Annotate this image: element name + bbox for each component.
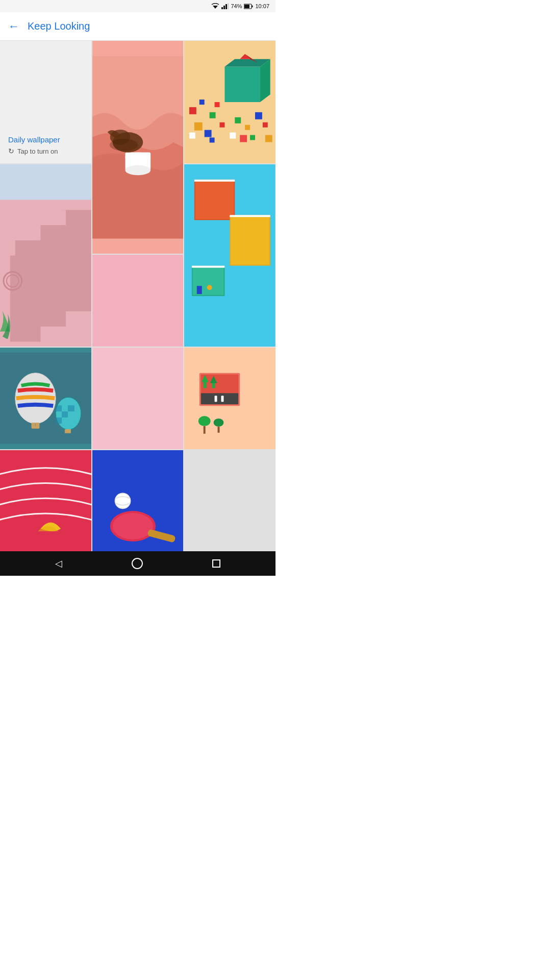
wifi-icon	[211, 3, 219, 9]
battery-text: 74%	[231, 3, 242, 9]
pink-stairs-cell[interactable]	[0, 164, 91, 347]
svg-rect-23	[210, 112, 216, 118]
svg-point-14	[109, 139, 138, 151]
svg-rect-54	[231, 216, 269, 264]
daily-wallpaper-cell[interactable]: Daily wallpaper ↻ Tap to turn on	[0, 41, 91, 163]
svg-rect-34	[240, 135, 247, 142]
back-button[interactable]: ←	[8, 21, 19, 32]
svg-rect-85	[221, 396, 224, 402]
svg-rect-35	[210, 137, 215, 142]
svg-rect-75	[56, 418, 62, 424]
svg-rect-26	[189, 133, 195, 139]
svg-rect-3	[226, 4, 227, 9]
pink-top-cell[interactable]	[92, 255, 184, 347]
wallpaper-grid: Daily wallpaper ↻ Tap to turn on	[0, 41, 276, 551]
balloons-cell[interactable]	[0, 348, 91, 449]
svg-rect-59	[194, 180, 235, 182]
pink-top-image	[92, 255, 184, 347]
svg-point-92	[214, 419, 224, 427]
svg-point-58	[207, 285, 212, 290]
svg-rect-61	[192, 266, 225, 268]
ping-pong-image	[92, 450, 184, 552]
svg-rect-42	[35, 210, 66, 225]
balloons-image	[0, 348, 91, 449]
time-text: 10:07	[255, 3, 269, 9]
svg-rect-25	[215, 102, 220, 107]
svg-point-90	[198, 416, 211, 426]
svg-point-100	[115, 493, 130, 508]
svg-rect-46	[0, 240, 15, 256]
pink-bottom-image	[92, 348, 184, 449]
recents-nav-button[interactable]	[212, 559, 220, 568]
pink-bottom-cell[interactable]	[92, 348, 184, 449]
back-nav-button[interactable]: ◁	[55, 558, 62, 569]
svg-rect-36	[250, 135, 255, 140]
svg-rect-62	[92, 278, 184, 324]
svg-rect-7	[244, 5, 249, 8]
status-icons: 74% 10:07	[211, 3, 269, 9]
daily-wallpaper-label: Daily wallpaper	[8, 135, 83, 144]
colorful-blocks-cell[interactable]	[184, 41, 276, 163]
track-cell[interactable]	[0, 450, 91, 552]
battery-icon	[244, 4, 253, 9]
colorful-rooms-image	[184, 164, 276, 347]
ping-pong-cell[interactable]	[92, 450, 184, 552]
svg-rect-76	[62, 418, 68, 424]
retro-scene-image	[184, 348, 276, 449]
svg-rect-83	[201, 394, 238, 405]
svg-rect-69	[56, 405, 62, 411]
svg-rect-72	[56, 411, 62, 418]
daily-tap-text: Tap to turn on	[17, 148, 58, 155]
svg-rect-84	[215, 396, 217, 402]
svg-rect-33	[230, 133, 236, 139]
svg-rect-22	[199, 100, 205, 105]
svg-rect-93	[218, 427, 220, 433]
svg-rect-1	[221, 7, 223, 9]
svg-rect-32	[263, 122, 268, 128]
svg-rect-70	[62, 405, 68, 411]
svg-rect-21	[189, 107, 196, 114]
signal-icon	[221, 3, 229, 9]
coffee-spill-cell[interactable]	[92, 41, 184, 254]
home-nav-button[interactable]	[132, 558, 143, 569]
svg-rect-52	[195, 181, 234, 219]
svg-rect-31	[255, 112, 262, 119]
nav-bar: ◁	[0, 551, 276, 576]
svg-rect-6	[252, 5, 253, 7]
svg-rect-60	[230, 215, 270, 217]
status-bar: 74% 10:07	[0, 0, 276, 12]
svg-marker-0	[213, 6, 218, 9]
svg-rect-24	[194, 122, 203, 131]
svg-point-97	[112, 513, 153, 540]
svg-rect-30	[245, 125, 250, 130]
retro-scene-cell[interactable]	[184, 348, 276, 449]
daily-tap-row[interactable]: ↻ Tap to turn on	[8, 147, 83, 155]
svg-rect-28	[220, 122, 225, 128]
svg-rect-74	[68, 411, 74, 418]
svg-rect-4	[228, 3, 229, 9]
svg-rect-79	[92, 376, 184, 421]
track-image	[0, 450, 91, 552]
svg-rect-29	[235, 117, 241, 124]
pink-stairs-image	[0, 164, 91, 347]
coffee-spill-image	[92, 41, 184, 254]
svg-rect-73	[62, 411, 68, 418]
refresh-icon: ↻	[8, 147, 14, 155]
svg-rect-49	[0, 164, 91, 200]
app-header: ← Keep Looking	[0, 12, 276, 41]
svg-point-11	[125, 165, 151, 175]
svg-rect-27	[205, 130, 212, 137]
svg-rect-2	[223, 6, 225, 9]
svg-rect-44	[10, 225, 41, 240]
svg-rect-78	[65, 429, 71, 433]
svg-rect-91	[204, 426, 206, 434]
colorful-rooms-cell[interactable]	[184, 164, 276, 347]
page-title: Keep Looking	[28, 20, 90, 32]
svg-rect-37	[265, 135, 272, 142]
svg-rect-16	[225, 67, 260, 102]
colorful-blocks-image	[184, 41, 276, 163]
svg-rect-71	[68, 405, 74, 411]
svg-rect-57	[197, 286, 202, 294]
